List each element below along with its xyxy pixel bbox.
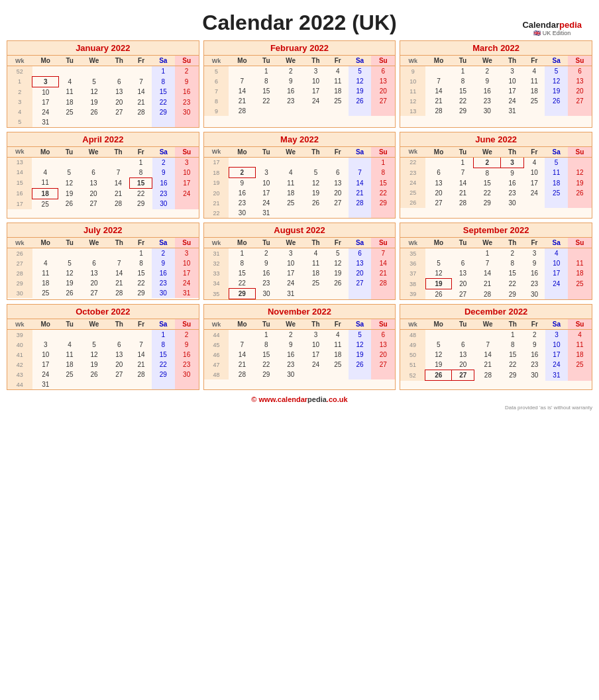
cal-day: 23 <box>474 96 501 106</box>
cal-day: 1 <box>502 330 524 340</box>
cal-day: 24 <box>545 360 568 370</box>
cal-day: 15 <box>371 178 395 189</box>
cal-day <box>107 248 131 259</box>
cal-day <box>32 330 59 340</box>
cal-day <box>152 379 175 389</box>
month-title: September 2022 <box>400 223 592 238</box>
cal-day: 3 <box>255 168 277 178</box>
cal-day: 29 <box>229 289 255 299</box>
cal-day <box>425 66 452 77</box>
cal-day: 29 <box>131 288 152 298</box>
cal-day: 2 <box>152 157 175 168</box>
cal-day: 8 <box>131 258 152 268</box>
cal-day: 7 <box>131 76 152 87</box>
month-title: October 2022 <box>7 305 199 319</box>
cal-day: 20 <box>371 86 395 96</box>
cal-day <box>277 106 304 116</box>
cal-day: 17 <box>304 350 327 360</box>
cal-day: 25 <box>545 188 568 198</box>
cal-day <box>59 379 81 389</box>
cal-day: 8 <box>152 340 175 350</box>
cal-day: 30 <box>501 198 524 208</box>
cal-day: 26 <box>425 289 452 300</box>
footer-domain: .co.uk <box>327 395 348 403</box>
cal-day: 3 <box>501 66 524 77</box>
cal-day: 3 <box>32 340 59 350</box>
cal-day: 25 <box>568 360 592 370</box>
cal-day: 2 <box>524 330 545 340</box>
cal-day <box>131 330 152 340</box>
cal-day: 15 <box>255 350 277 360</box>
cal-day: 11 <box>327 340 349 350</box>
cal-day: 4 <box>568 330 592 340</box>
cal-day: 22 <box>152 360 175 370</box>
month-title: March 2022 <box>400 41 592 56</box>
cal-day: 11 <box>59 87 81 97</box>
cal-day: 3 <box>304 330 327 340</box>
cal-day <box>474 330 502 340</box>
cal-day: 26 <box>568 188 592 198</box>
logo-text: Calendarpedia <box>522 20 582 30</box>
cal-day: 28 <box>131 107 152 117</box>
cal-day: 8 <box>229 258 255 268</box>
cal-day: 6 <box>349 248 372 259</box>
cal-day: 19 <box>425 360 452 370</box>
cal-day: 12 <box>58 177 80 188</box>
cal-day: 10 <box>545 340 568 350</box>
cal-day: 12 <box>304 178 327 189</box>
cal-day: 15 <box>130 177 152 188</box>
cal-day: 26 <box>349 96 372 106</box>
cal-day: 2 <box>152 248 175 259</box>
cal-day <box>59 66 81 77</box>
cal-table: WkMoTuWeThFrSaSu512345667891011121371415… <box>204 56 396 116</box>
cal-day <box>81 117 108 127</box>
cal-day: 18 <box>568 350 592 360</box>
cal-day: 14 <box>107 177 129 188</box>
cal-table: WkMoTuWeThFrSaSu391240345678941101112131… <box>7 319 199 389</box>
cal-day: 27 <box>80 199 107 209</box>
cal-day: 9 <box>175 340 199 350</box>
cal-day: 19 <box>349 350 372 360</box>
cal-day: 21 <box>229 96 255 106</box>
cal-day <box>452 248 474 259</box>
cal-day: 5 <box>58 168 80 178</box>
cal-day: 24 <box>255 198 277 208</box>
cal-day <box>131 66 152 77</box>
cal-day <box>568 289 592 300</box>
cal-day: 5 <box>545 157 568 168</box>
cal-day: 20 <box>107 97 131 107</box>
month-block: January 2022WkMoTuWeThFrSaSu521213456789… <box>7 40 199 128</box>
cal-day <box>523 106 545 116</box>
cal-day: 17 <box>304 86 327 96</box>
cal-day: 13 <box>452 350 474 360</box>
cal-day: 31 <box>175 288 199 298</box>
cal-day: 14 <box>229 350 255 360</box>
cal-day: 29 <box>152 107 175 117</box>
cal-day <box>371 208 395 218</box>
cal-day: 5 <box>545 66 568 77</box>
cal-day: 4 <box>523 157 545 168</box>
cal-day: 25 <box>327 96 349 106</box>
cal-day: 6 <box>81 258 108 268</box>
cal-day <box>107 379 131 389</box>
cal-day: 7 <box>474 258 501 268</box>
cal-day: 10 <box>32 87 59 97</box>
cal-day: 16 <box>277 86 304 96</box>
cal-day: 22 <box>474 188 501 198</box>
cal-day: 4 <box>32 168 58 178</box>
cal-day: 20 <box>80 188 107 199</box>
cal-day: 25 <box>304 278 327 289</box>
cal-day: 10 <box>175 258 199 268</box>
cal-day: 3 <box>501 157 524 168</box>
cal-day: 15 <box>474 178 501 188</box>
cal-table: WkMoTuWeThFrSaSu221234523678910111224131… <box>400 147 592 208</box>
cal-day: 8 <box>501 258 524 268</box>
cal-day: 6 <box>568 66 592 77</box>
cal-day: 21 <box>131 360 152 370</box>
cal-day: 6 <box>425 168 452 178</box>
month-block: June 2022WkMoTuWeThFrSaSu221234523678910… <box>400 132 592 219</box>
month-title: February 2022 <box>204 41 396 56</box>
cal-day: 19 <box>568 178 592 188</box>
cal-day <box>327 370 349 379</box>
cal-day: 24 <box>545 279 568 289</box>
